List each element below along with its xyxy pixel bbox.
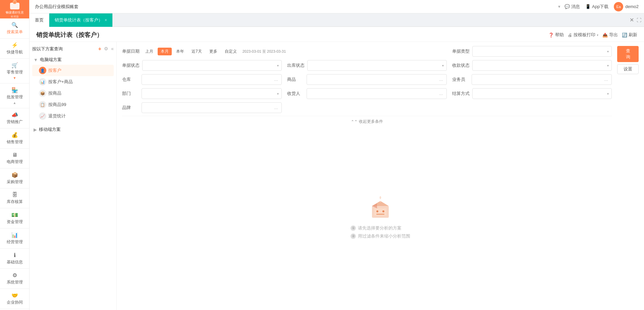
logo-subtitle: 标准版 [11,15,19,18]
home-tab-label: 首页 [35,17,44,23]
sidebar-item-search[interactable]: 🔍 搜索菜单 [0,18,29,39]
filter-row-warehouse: 仓库 … [122,74,282,85]
user-name: demo2 [625,4,639,9]
tree-child-customer-goods[interactable]: 📊 按客户+商品 [32,76,114,88]
print-dropdown-icon[interactable]: ▾ [597,33,598,37]
sidebar-item-operations[interactable]: 📊 经营管理 [0,228,29,249]
sidebar-item-purchase[interactable]: 📦 采购管理 [0,168,29,189]
export-button[interactable]: 📤 导出 [602,32,618,38]
refresh-label: 刷新 [629,32,637,38]
tree-child-label: 按客户+商品 [48,79,73,85]
sidebar-item-marketing[interactable]: 📣 营销推广 [0,108,29,128]
date-range-display: 2023-03-01 至 2023-03-31 [243,49,286,54]
tree-child-label: 按客户 [48,67,61,73]
date-filter-label: 单据日期 [122,48,140,54]
brand-dots: … [274,105,279,110]
collapse-panel-button[interactable]: « [111,46,114,52]
settings-button[interactable]: 设置 [617,64,639,74]
return-stats-icon: 📈 [39,112,46,120]
salesman-label: 业务员 [452,76,469,83]
date-btn-last-month[interactable]: 上月 [142,48,156,55]
dept-select[interactable]: ▾ [142,88,282,99]
sidebar-item-quick-nav[interactable]: ⚡ 快捷导航 [0,39,29,59]
order-status-select[interactable]: ▾ [142,60,282,71]
empty-text: ① 请先选择要分析的方案 ② 用过滤条件来缩小分析范围 [351,225,410,239]
operations-icon: 📊 [11,232,18,238]
left-panel: 按以下方案查询 + ⚙ « ▼ 电脑端方案 👤 按客户 [30,42,117,310]
filter-main: 单据日期 上月 本月 本年 近7天 更多 自定义 2023-03-01 至 20… [122,46,612,127]
main-content: 办公用品行业模拟账套 ▾ 💬 消息 📱 App下载 Ea demo2 首页 [30,0,644,310]
app-download-button[interactable]: 📱 App下载 [585,4,608,10]
brand-select[interactable]: … [142,102,282,113]
panel-header-icons: + ⚙ « [98,46,114,52]
date-btn-custom[interactable]: 自定义 [222,48,240,55]
sidebar-item-label: 采购管理 [7,179,23,185]
message-button[interactable]: 💬 消息 [565,4,580,10]
empty-step2-label: 用过滤条件来缩小分析范围 [358,233,410,239]
out-status-select[interactable]: ▾ [307,60,447,71]
panel-header-title: 按以下方案查询 [32,46,63,52]
page-title: 销货单统计表（按客户） [36,31,103,39]
sidebar-item-retail[interactable]: 🛒 零售管理 ▼ [0,59,29,84]
goods-select[interactable]: … [307,74,447,85]
avatar-text: Ea [616,5,621,9]
basicinfo-icon: ℹ [14,252,16,258]
topbar-actions: 💬 消息 📱 App下载 Ea demo2 [565,2,639,11]
maximize-window-button[interactable]: ⛶ [637,17,641,23]
date-btn-this-month[interactable]: 本月 [158,48,172,55]
sidebar-item-label: 零售管理 [7,69,23,75]
tree-child-return-stats[interactable]: 📈 退货统计 [32,110,114,122]
query-button[interactable]: 查询 [617,46,639,62]
close-tab-button[interactable]: × [105,18,107,22]
sidebar-item-wholesale[interactable]: 🏪 批发管理 ▲ [0,84,29,108]
tree-child-by-customer[interactable]: 👤 按客户 [32,65,114,76]
receipt-status-select[interactable]: ▾ [472,60,612,71]
panel-header: 按以下方案查询 + ⚙ « [32,46,114,52]
tree-parent-desktop[interactable]: ▼ 电脑端方案 [32,55,114,65]
sidebar-item-finance[interactable]: 💵 资金管理 [0,208,29,228]
tab-home[interactable]: 首页 [30,13,49,27]
collapse-filters-button[interactable]: ⌃⌃ 收起更多条件 [122,116,612,127]
settle-select[interactable]: ▾ [472,88,612,99]
filter-row-order-status: 单据状态 ▾ [122,60,282,71]
print-button[interactable]: 🖨 按模板打印 ▾ [568,32,598,38]
help-button[interactable]: ❓ 帮助 [548,32,564,38]
order-type-select[interactable]: ▾ [472,46,612,57]
settings-scheme-button[interactable]: ⚙ [104,46,108,52]
add-scheme-button[interactable]: + [98,46,101,52]
inventory-icon: 🗄 [12,192,17,198]
svg-text:好: 好 [13,1,16,4]
warehouse-select[interactable]: … [142,74,282,85]
date-btn-last-7days[interactable]: 近7天 [189,48,205,55]
sidebar-item-system[interactable]: ⚙ 系统管理 [0,269,29,289]
empty-illustration [364,194,397,221]
goods99-icon: 📋 [39,101,46,108]
empty-svg [364,194,397,221]
topbar-dropdown-icon[interactable]: ▾ [558,4,560,9]
sidebar-item-inventory[interactable]: 🗄 库存核算 [0,189,29,208]
tab-sales-stats[interactable]: 销货单统计表（按客户） × [49,13,113,27]
sidebar-item-ecommerce[interactable]: 🖥 电商管理 [0,149,29,168]
tree-parent-mobile[interactable]: ▶ 移动端方案 [32,124,114,135]
user-menu[interactable]: Ea demo2 [614,2,639,11]
sidebar-item-enterprise[interactable]: 🤝 企业协同 [0,289,29,309]
order-type-dropdown-icon: ▾ [607,50,609,53]
print-icon: 🖨 [568,33,572,38]
close-window-button[interactable]: ✕ [630,17,634,23]
salesman-select[interactable]: … [472,74,612,85]
warehouse-dots: … [274,77,279,82]
sidebar-item-basicinfo[interactable]: ℹ 基础信息 [0,249,29,269]
date-btn-this-year[interactable]: 本年 [173,48,187,55]
collapse-label: 收起更多条件 [359,119,383,124]
sidebar-item-label: 搜索菜单 [7,29,23,35]
mobile-expand-icon: ▶ [34,127,37,132]
refresh-button[interactable]: 🔄 刷新 [622,32,637,38]
warehouse-label: 仓库 [122,76,139,83]
tree-child-by-goods99[interactable]: 📋 按商品99 [32,99,114,110]
sidebar-item-sales[interactable]: 💰 销售管理 [0,128,29,149]
receiver-select[interactable]: … [307,88,447,99]
date-btn-more[interactable]: 更多 [206,48,220,55]
tree-child-by-goods[interactable]: 📦 按商品 [32,88,114,99]
receipt-status-label: 收款状态 [452,62,470,68]
svg-point-8 [382,210,384,212]
